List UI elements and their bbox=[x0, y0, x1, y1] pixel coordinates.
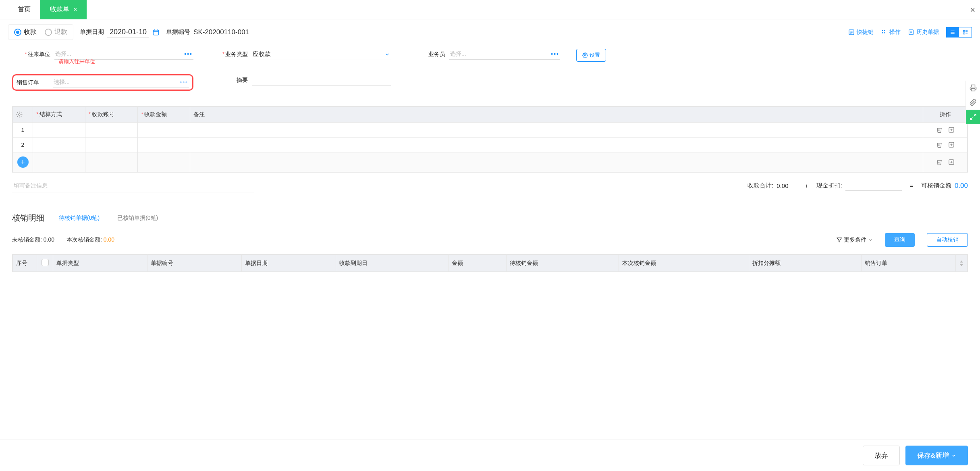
doc-date-field: 单据日期 2020-01-10 bbox=[80, 27, 160, 38]
biz-type-field: *业务类型 应收款 bbox=[210, 49, 391, 60]
radio-icon bbox=[14, 29, 21, 36]
history-link[interactable]: 历史单据 bbox=[908, 29, 939, 36]
svg-line-40 bbox=[970, 118, 972, 120]
side-print-icon[interactable] bbox=[965, 81, 980, 95]
partner-error: 请输入往来单位 bbox=[58, 58, 193, 65]
tab-receipt[interactable]: 收款单 × bbox=[40, 0, 87, 19]
summary-field: 摘要 bbox=[210, 74, 391, 86]
cancel-button[interactable]: 放弃 bbox=[863, 446, 900, 465]
view-detail-button[interactable] bbox=[959, 27, 972, 38]
sales-order-highlight: 销售订单 选择... ••• bbox=[12, 74, 193, 91]
form-area: *往来单位 选择... ••• 请输入往来单位 *业务类型 应收款 业务员 选择… bbox=[0, 45, 980, 106]
svg-marker-37 bbox=[960, 264, 963, 266]
col-ops: 操作 bbox=[923, 107, 968, 123]
payment-grid: 结算方式 收款账号 收款金额 备注 操作 1 2 + bbox=[12, 106, 968, 173]
tab-done-docs[interactable]: 已核销单据(0笔) bbox=[114, 213, 161, 223]
verify-section-header: 核销明细 待核销单据(0笔) 已核销单据(0笔) bbox=[0, 200, 980, 231]
remark-input[interactable] bbox=[12, 179, 254, 192]
document-header: 收款 退款 单据日期 2020-01-10 单据编号 SK-20200110-0… bbox=[0, 19, 980, 45]
add-row-icon[interactable] bbox=[948, 159, 955, 165]
view-list-button[interactable] bbox=[946, 27, 959, 38]
toolbar-actions: 快捷键 操作 历史单据 bbox=[848, 27, 972, 38]
sales-order-selector[interactable]: 选择... ••• bbox=[53, 77, 189, 88]
table-footer-row: + bbox=[13, 152, 968, 172]
svg-point-24 bbox=[584, 54, 586, 56]
tab-home[interactable]: 首页 bbox=[8, 0, 40, 19]
svg-marker-36 bbox=[960, 261, 963, 263]
add-row-icon[interactable] bbox=[948, 142, 955, 148]
view-toggle bbox=[946, 27, 972, 38]
cash-discount-input[interactable] bbox=[845, 181, 902, 191]
summary-line: 收款合计:0.00 + 现金折扣: = 可核销金额0.00 bbox=[0, 179, 980, 200]
tabs-bar: 首页 收款单 × × bbox=[0, 0, 980, 19]
gear-column-header[interactable] bbox=[13, 107, 33, 123]
verifiable-amount: 0.00 bbox=[955, 182, 968, 190]
verify-detail-grid: 序号 单据类型 单据编号 单据日期 收款到期日 金额 待核销金额 本次核销金额 … bbox=[12, 254, 968, 272]
col-account: 收款账号 bbox=[85, 107, 138, 123]
search-button[interactable]: 查询 bbox=[885, 233, 915, 247]
svg-rect-0 bbox=[153, 30, 159, 35]
tab-close-icon[interactable]: × bbox=[73, 6, 77, 13]
side-attach-icon[interactable] bbox=[965, 95, 980, 110]
radio-refund[interactable]: 退款 bbox=[45, 28, 67, 36]
doc-no-field: 单据编号 SK-20200110-001 bbox=[166, 28, 249, 36]
svg-point-10 bbox=[882, 32, 883, 33]
svg-point-25 bbox=[19, 114, 20, 115]
more-conditions[interactable]: 更多条件 bbox=[837, 236, 873, 244]
summary-input[interactable] bbox=[252, 74, 391, 86]
receipt-type-radio-group: 收款 退款 bbox=[8, 24, 73, 40]
more-icon[interactable]: ••• bbox=[180, 79, 188, 85]
tab-pending-docs[interactable]: 待核销单据(0笔) bbox=[56, 213, 103, 223]
table-row: 2 bbox=[13, 138, 968, 152]
add-row-button[interactable]: + bbox=[17, 156, 29, 168]
calendar-icon[interactable] bbox=[152, 29, 160, 36]
add-row-icon[interactable] bbox=[948, 127, 955, 133]
delete-row-icon[interactable] bbox=[936, 142, 943, 148]
salesperson-selector[interactable]: 选择... ••• bbox=[449, 49, 560, 60]
svg-rect-18 bbox=[963, 30, 965, 32]
svg-rect-38 bbox=[971, 89, 975, 91]
side-icon-rail bbox=[965, 81, 980, 124]
bottom-action-bar: 放弃 保存&新增 bbox=[0, 440, 980, 471]
svg-point-9 bbox=[884, 30, 885, 31]
shortcut-link[interactable]: 快捷键 bbox=[848, 29, 874, 36]
save-new-button[interactable]: 保存&新增 bbox=[905, 446, 968, 465]
operate-link[interactable]: 操作 bbox=[881, 29, 901, 36]
svg-line-39 bbox=[974, 114, 976, 116]
delete-row-icon[interactable] bbox=[936, 159, 943, 165]
delete-row-icon[interactable] bbox=[936, 127, 943, 133]
auto-verify-button[interactable]: 自动核销 bbox=[927, 233, 968, 247]
verify-filter-row: 未核销金额: 0.00 本次核销金额: 0.00 更多条件 查询 自动核销 bbox=[0, 231, 980, 254]
sort-icon[interactable] bbox=[956, 255, 968, 272]
select-all-checkbox[interactable] bbox=[42, 259, 49, 266]
close-icon[interactable]: × bbox=[970, 5, 975, 15]
more-icon[interactable]: ••• bbox=[551, 51, 559, 57]
doc-no-value: SK-20200110-001 bbox=[193, 28, 249, 36]
svg-marker-35 bbox=[837, 238, 842, 242]
salesperson-field: 业务员 选择... ••• bbox=[407, 49, 560, 60]
more-icon[interactable]: ••• bbox=[184, 51, 193, 57]
biz-type-selector[interactable]: 应收款 bbox=[252, 49, 391, 60]
svg-point-11 bbox=[884, 32, 885, 33]
side-expand-icon[interactable] bbox=[965, 110, 980, 124]
radio-receive[interactable]: 收款 bbox=[14, 28, 37, 36]
radio-icon bbox=[45, 29, 52, 36]
col-settle: 结算方式 bbox=[33, 107, 85, 123]
svg-point-8 bbox=[882, 30, 883, 31]
chevron-down-icon bbox=[384, 52, 390, 57]
col-remark: 备注 bbox=[190, 107, 923, 123]
settings-button[interactable]: 设置 bbox=[576, 49, 606, 62]
svg-rect-21 bbox=[963, 33, 965, 34]
table-row: 1 bbox=[13, 123, 968, 138]
col-amount: 收款金额 bbox=[138, 107, 190, 123]
doc-date-value[interactable]: 2020-01-10 bbox=[107, 27, 149, 38]
